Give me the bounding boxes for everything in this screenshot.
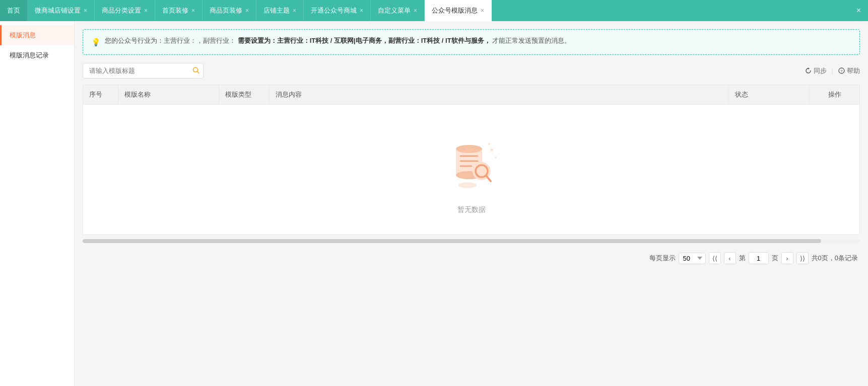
close-icon-productpage[interactable]: × (245, 7, 249, 14)
nav-tab-homepage-label: 首页装修 (162, 6, 188, 15)
table-header-row: 序号 模版名称 模版类型 消息内容 状态 操作 (83, 85, 860, 105)
svg-line-1 (197, 71, 199, 73)
col-header-status: 状态 (729, 85, 810, 105)
col-header-name: 模版名称 (118, 85, 219, 105)
sync-icon (805, 67, 812, 74)
banner-highlight: 需要设置为：主营行业：IT科技 / 互联网|电子商务，副营行业：IT科技 / I… (238, 37, 491, 44)
search-input[interactable] (83, 63, 204, 79)
close-all-button[interactable]: × (849, 0, 868, 21)
svg-point-19 (458, 182, 477, 188)
close-icon-templatemsg[interactable]: × (481, 7, 484, 14)
nav-tab-weshop[interactable]: 微商城店铺设置 × (28, 0, 95, 21)
top-nav: 首页 微商城店铺设置 × 商品分类设置 × 首页装修 × 商品页装修 × 店铺主… (0, 0, 868, 21)
banner-prefix: 您的公众号行业为：主营行业：，副营行业： (105, 37, 236, 44)
last-page-button[interactable]: ⟩⟩ (796, 252, 809, 264)
svg-point-18 (488, 143, 490, 145)
help-icon: ? (838, 67, 845, 74)
search-button[interactable] (192, 66, 199, 75)
nav-tab-homepage[interactable]: 首页装修 × (155, 0, 203, 21)
nav-tab-home[interactable]: 首页 (0, 0, 28, 21)
nav-tab-wxshop-label: 开通公众号商城 (311, 6, 357, 15)
search-bar: 同步 | ? 帮助 (83, 63, 860, 79)
empty-state: 暂无数据 (83, 105, 859, 235)
prev-page-button[interactable]: ‹ (724, 252, 736, 264)
empty-icon (441, 135, 502, 195)
svg-text:?: ? (840, 69, 843, 73)
info-banner: 💡 您的公众号行业为：主营行业：，副营行业： 需要设置为：主营行业：IT科技 /… (83, 29, 860, 55)
sidebar: 模版消息 模版消息记录 (0, 21, 75, 386)
page-size-select[interactable]: 50 10 20 100 (679, 253, 706, 264)
divider: | (832, 67, 833, 74)
close-icon-weshop[interactable]: × (84, 7, 87, 14)
total-label: 共0页，0条记录 (812, 254, 858, 263)
close-icon-wxshop[interactable]: × (360, 7, 363, 14)
svg-point-8 (456, 145, 482, 153)
banner-suffix: 才能正常发送预置的消息。 (492, 37, 571, 44)
page-suffix: 页 (772, 254, 778, 263)
col-header-index: 序号 (83, 85, 118, 105)
close-icon-homepage[interactable]: × (191, 7, 195, 14)
scroll-thumb[interactable] (83, 239, 821, 243)
nav-tab-custommenu[interactable]: 自定义菜单 × (371, 0, 425, 21)
page-prefix: 第 (739, 254, 746, 263)
nav-tab-productpage[interactable]: 商品页装修 × (203, 0, 256, 21)
nav-tab-home-label: 首页 (7, 6, 20, 15)
table-empty-row: 暂无数据 (83, 105, 860, 235)
bulb-icon: 💡 (91, 36, 101, 48)
page-number-input[interactable] (749, 252, 769, 264)
col-header-content: 消息内容 (270, 85, 729, 105)
sidebar-item-template[interactable]: 模版消息 (0, 25, 74, 45)
help-button[interactable]: ? 帮助 (838, 66, 860, 75)
search-input-wrapper (83, 63, 204, 79)
nav-tab-shoptheme[interactable]: 店铺主题 × (256, 0, 304, 21)
col-header-action: 操作 (810, 85, 860, 105)
close-icon-shoptheme[interactable]: × (293, 7, 296, 14)
pagination: 每页显示 50 10 20 100 ⟨⟨ ‹ 第 页 › ⟩⟩ 共0页，0条记录 (83, 247, 860, 269)
nav-tab-shoptheme-label: 店铺主题 (263, 6, 290, 15)
main-layout: 模版消息 模版消息记录 💡 您的公众号行业为：主营行业：，副营行业： 需要设置为… (0, 21, 868, 386)
page-size-label: 每页显示 (649, 254, 676, 263)
nav-tab-templatemsg[interactable]: 公众号模版消息 × (425, 0, 492, 21)
nav-tab-weshop-label: 微商城店铺设置 (35, 6, 81, 15)
content-area: 💡 您的公众号行业为：主营行业：，副营行业： 需要设置为：主营行业：IT科技 /… (75, 21, 868, 386)
sidebar-item-template-log[interactable]: 模版消息记录 (0, 45, 74, 65)
first-page-button[interactable]: ⟨⟨ (709, 252, 721, 264)
nav-tab-category[interactable]: 商品分类设置 × (95, 0, 155, 21)
nav-tab-wxshop[interactable]: 开通公众号商城 × (304, 0, 371, 21)
next-page-button[interactable]: › (781, 252, 793, 264)
nav-tab-category-label: 商品分类设置 (102, 6, 141, 15)
nav-tab-custommenu-label: 自定义菜单 (378, 6, 411, 15)
horizontal-scrollbar[interactable] (83, 239, 860, 243)
data-table: 序号 模版名称 模版类型 消息内容 状态 操作 (83, 85, 860, 235)
svg-point-17 (495, 157, 497, 159)
nav-tab-productpage-label: 商品页装修 (210, 6, 242, 15)
sync-button[interactable]: 同步 (805, 66, 827, 75)
empty-state-text: 暂无数据 (93, 205, 849, 214)
svg-point-16 (490, 148, 493, 151)
col-header-type: 模版类型 (219, 85, 270, 105)
toolbar-right: 同步 | ? 帮助 (805, 66, 860, 75)
close-icon-custommenu[interactable]: × (414, 7, 417, 14)
close-icon-category[interactable]: × (144, 7, 148, 14)
nav-tab-templatemsg-label: 公众号模版消息 (432, 6, 478, 15)
